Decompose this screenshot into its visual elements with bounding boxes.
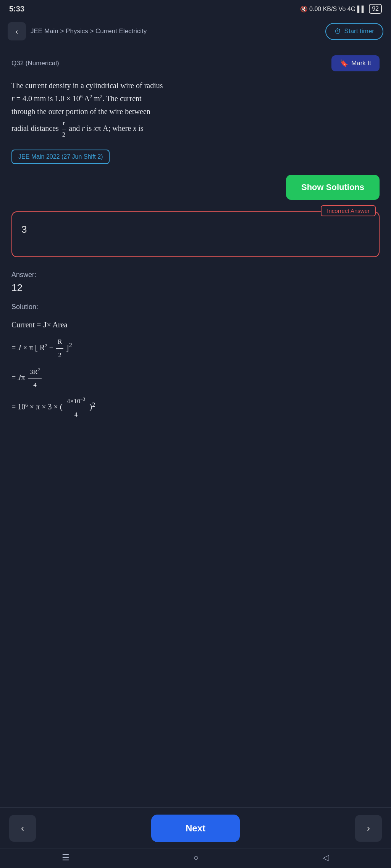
back-button[interactable]: ‹	[8, 22, 26, 40]
question-line2: r = 4.0 mm is 1.0 × 106 A2 m2. The curre…	[11, 94, 142, 103]
bottom-nav: ‹ Next ›	[0, 807, 391, 849]
fraction-r2: r 2	[61, 118, 66, 140]
question-line3: through the outer portion of the wire be…	[11, 107, 150, 116]
answer-input-box[interactable]: 3	[11, 211, 380, 257]
mark-it-label: Mark It	[351, 60, 371, 67]
top-nav: ‹ JEE Main > Physics > Current Electrici…	[0, 17, 391, 46]
mark-it-button[interactable]: 🔖 Mark It	[331, 55, 380, 71]
solution-line2: = J × π [ R2 − R 2 ]2	[11, 335, 380, 362]
answer-label: Answer:	[11, 271, 380, 279]
answer-section: Answer: 12	[11, 271, 380, 294]
back-icon: ‹	[16, 27, 18, 36]
next-button[interactable]: Next	[151, 815, 240, 842]
solution-body: Current = J× Area = J × π [ R2 − R 2 ]2 …	[11, 317, 380, 421]
forward-button[interactable]: ›	[355, 815, 382, 842]
menu-icon[interactable]: ☰	[62, 853, 69, 863]
solution-line4: = 106 × π × 3 × ( 4×10−3 4 )2	[11, 395, 380, 421]
solution-section: Solution: Current = J× Area = J × π [ R2…	[11, 303, 380, 421]
timer-label: Start timer	[344, 27, 374, 35]
answer-input-value: 3	[21, 224, 27, 235]
answer-value-display: 12	[11, 282, 380, 294]
solution-line1: Current = J× Area	[11, 317, 380, 332]
solution-line3: = Jπ 3R2 4	[11, 365, 380, 392]
forward-icon: ›	[367, 823, 370, 834]
status-bar: 5:33 🔇 0.00 KB/S Vo 4G ▌▌ 92	[0, 0, 391, 17]
battery-indicator: 92	[369, 4, 382, 14]
question-line1: The current density in a cylindrical wir…	[11, 81, 163, 90]
question-line4: radial distances r 2 and r is xπ A; wher…	[11, 124, 143, 132]
network-info: 🔇 0.00 KB/S Vo 4G ▌▌	[300, 5, 366, 13]
question-text: The current density in a cylindrical wir…	[11, 79, 380, 140]
system-nav: ☰ ○ ◁	[0, 849, 391, 868]
timer-icon: ⏱	[334, 27, 341, 35]
answer-input-container: Incorrect Answer 3	[11, 211, 380, 257]
prev-icon: ‹	[21, 823, 24, 834]
status-time: 5:33	[9, 5, 24, 13]
breadcrumb: JEE Main > Physics > Current Electricity	[31, 27, 147, 35]
question-tag: JEE Main 2022 (27 Jun Shift 2)	[11, 150, 110, 164]
main-content: Q32 (Numerical) 🔖 Mark It The current de…	[0, 46, 391, 493]
prev-button[interactable]: ‹	[9, 815, 36, 842]
status-right: 🔇 0.00 KB/S Vo 4G ▌▌ 92	[300, 4, 382, 14]
show-solutions-button[interactable]: Show Solutions	[286, 175, 380, 200]
question-label: Q32 (Numerical)	[11, 60, 59, 67]
incorrect-answer-badge: Incorrect Answer	[321, 205, 376, 216]
bookmark-icon: 🔖	[340, 59, 348, 68]
start-timer-button[interactable]: ⏱ Start timer	[325, 23, 383, 40]
back-system-icon[interactable]: ◁	[323, 853, 329, 863]
home-icon[interactable]: ○	[194, 853, 199, 863]
solution-label: Solution:	[11, 303, 380, 311]
question-header: Q32 (Numerical) 🔖 Mark It	[11, 55, 380, 71]
nav-left: ‹ JEE Main > Physics > Current Electrici…	[8, 22, 147, 40]
